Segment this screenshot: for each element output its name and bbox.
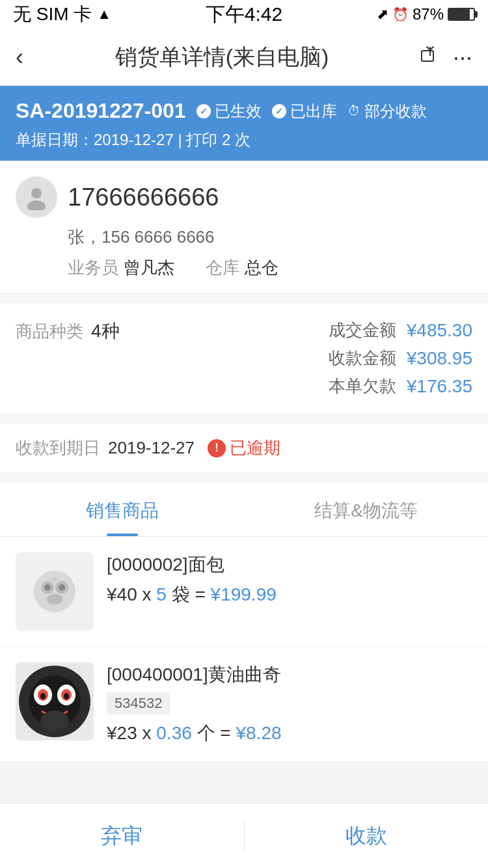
confirm-button[interactable]: 收款	[245, 811, 489, 861]
product-type-stat: 商品种类 4种	[16, 319, 120, 344]
order-header: SA-20191227-001 ✓ 已生效 ✓ 已出库 ⏱ 部分收款 单据日期：…	[0, 86, 488, 161]
avatar	[16, 176, 57, 218]
check-shipped-icon: ✓	[272, 104, 286, 118]
wifi-icon: ▲	[97, 6, 111, 23]
alarm-icon: ⏰	[392, 7, 409, 22]
nav-actions: ···	[420, 44, 472, 71]
svg-point-17	[64, 693, 69, 699]
svg-point-3	[27, 200, 46, 210]
order-id: SA-20191227-001	[16, 99, 186, 123]
due-date-section: 收款到期日 2019-12-27 ! 已逾期	[0, 424, 488, 472]
overdue-text: 已逾期	[230, 437, 280, 459]
owed-amount-row: 本单欠款 ¥176.35	[329, 375, 472, 398]
status-left: 无 SIM 卡 ▲	[13, 2, 111, 27]
status-partial: ⏱ 部分收款	[347, 101, 427, 122]
customer-meta: 业务员 曾凡杰 仓库 总仓	[68, 256, 472, 279]
share-icon[interactable]	[420, 44, 440, 71]
page-title: 销货单详情(来自电脑)	[115, 42, 329, 72]
products-list: [0000002]面包 ¥40 x 5 袋 = ¥199.99	[0, 537, 488, 762]
nav-bar: ‹ 销货单详情(来自电脑) ···	[0, 29, 488, 86]
overdue-badge: ! 已逾期	[208, 437, 280, 459]
salesperson-info: 业务员 曾凡杰	[68, 256, 174, 279]
product-image-cookie	[16, 662, 94, 740]
battery-percent: 87%	[413, 5, 444, 23]
overdue-icon: !	[208, 439, 226, 457]
product-price-cookie: ¥23 x 0.36 个 = ¥8.28	[107, 721, 472, 746]
stats-left: 商品种类 4种	[16, 319, 120, 346]
list-item: [0000002]面包 ¥40 x 5 袋 = ¥199.99	[0, 537, 488, 647]
svg-point-7	[44, 584, 51, 591]
product-info-bread: [0000002]面包 ¥40 x 5 袋 = ¥199.99	[107, 552, 472, 607]
deal-amount-row: 成交金额 ¥485.30	[329, 319, 472, 342]
stats-row: 商品种类 4种 成交金额 ¥485.30 收款金额 ¥308.95 本单欠款 ¥…	[16, 319, 472, 398]
status-bar: 无 SIM 卡 ▲ 下午4:42 ⬈ ⏰ 87%	[0, 0, 488, 29]
product-tag-cookie: 534532	[107, 692, 170, 714]
order-status-row: SA-20191227-001 ✓ 已生效 ✓ 已出库 ⏱ 部分收款	[16, 99, 472, 123]
tab-settlement[interactable]: 结算&物流等	[244, 483, 488, 536]
product-image-bread	[16, 552, 94, 631]
product-name-cookie: [000400001]黄油曲奇	[107, 662, 472, 687]
svg-point-9	[47, 594, 62, 604]
battery-icon	[448, 8, 475, 21]
customer-section: 17666666666 张，156 6666 6666 业务员 曾凡杰 仓库 总…	[0, 161, 488, 292]
status-shipped: ✓ 已出库	[272, 101, 337, 122]
clock-icon: ⏱	[347, 103, 360, 118]
svg-point-16	[40, 693, 46, 699]
warehouse-info: 仓库 总仓	[206, 256, 278, 279]
status-effective: ✓ 已生效	[197, 101, 262, 122]
cancel-button[interactable]: 弃审	[0, 811, 244, 861]
stats-section: 商品种类 4种 成交金额 ¥485.30 收款金额 ¥308.95 本单欠款 ¥…	[0, 303, 488, 413]
stats-right: 成交金额 ¥485.30 收款金额 ¥308.95 本单欠款 ¥176.35	[329, 319, 472, 398]
tab-products[interactable]: 销售商品	[0, 483, 244, 536]
svg-point-8	[59, 584, 65, 591]
tabs: 销售商品 结算&物流等	[0, 483, 488, 537]
svg-rect-0	[422, 51, 433, 61]
product-price-bread: ¥40 x 5 袋 = ¥199.99	[107, 582, 472, 607]
more-icon[interactable]: ···	[453, 44, 472, 71]
received-amount-row: 收款金额 ¥308.95	[329, 347, 472, 370]
customer-row: 17666666666	[16, 176, 472, 218]
status-time: 下午4:42	[206, 1, 282, 28]
bottom-bar: 弃审 收款	[0, 803, 488, 868]
order-date: 单据日期：2019-12-27 | 打印 2 次	[16, 129, 472, 150]
status-right: ⬈ ⏰ 87%	[377, 5, 475, 23]
svg-point-2	[31, 188, 42, 198]
location-icon: ⬈	[377, 6, 388, 23]
customer-id: 17666666666	[68, 183, 219, 211]
customer-contact: 张，156 6666 6666	[68, 226, 472, 249]
check-effective-icon: ✓	[197, 104, 211, 118]
svg-point-18	[40, 711, 69, 731]
list-item: [000400001]黄油曲奇 534532 ¥23 x 0.36 个 = ¥8…	[0, 647, 488, 762]
product-info-cookie: [000400001]黄油曲奇 534532 ¥23 x 0.36 个 = ¥8…	[107, 662, 472, 746]
tab-underline	[107, 534, 138, 536]
carrier-text: 无 SIM 卡	[13, 2, 92, 27]
back-button[interactable]: ‹	[16, 44, 23, 71]
product-name-bread: [0000002]面包	[107, 552, 472, 577]
